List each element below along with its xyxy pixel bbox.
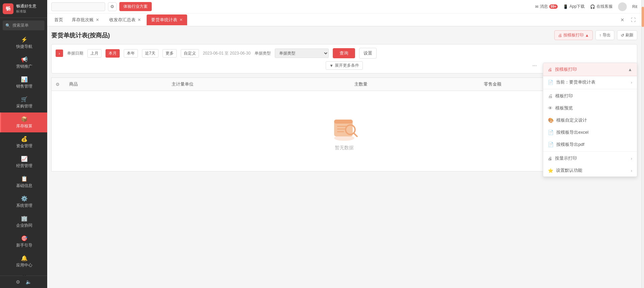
refresh-icon: ↺ [621,33,624,38]
main-content: ⚙ 体验行业方案 ✉ 消息 99+ 📱 App下载 🎧 在线客服 Rit [47,0,641,288]
print-more-button[interactable]: ··· [532,63,537,69]
topbar-search-input[interactable] [51,2,105,11]
app-download-button[interactable]: 📱 App下载 [563,4,585,9]
sidebar-item-operations[interactable]: 📈 经营管理 [0,152,47,172]
current-template-item[interactable]: 📄 当前：要货单统计表 › [543,76,637,88]
marketing-icon: 📢 [21,56,28,63]
sidebar-audio-button[interactable]: 🔈 [26,279,31,285]
search-menu-button[interactable]: 🔍 搜索菜单 [3,21,45,30]
export-button[interactable]: ↑ 导出 [595,30,614,40]
online-service-button[interactable]: 🎧 在线客服 [590,4,613,9]
sidebar: 畅 畅通好生意 标准版 🔍 搜索菜单 ⚡ 快捷导航 📢 营销推广 📊 销售管理 … [0,0,47,288]
sidebar-logo: 畅 畅通好生意 标准版 [0,0,47,18]
filter-expand-icon[interactable]: › [56,50,63,57]
sidebar-item-sales[interactable]: 📊 销售管理 [0,73,47,93]
empty-text: 暂无数据 [335,145,354,151]
tab-batch-account[interactable]: 库存批次账 ✕ [67,14,104,25]
app-download-icon: 📱 [563,4,568,9]
message-button[interactable]: ✉ 消息 99+ [535,4,558,9]
app-name: 畅通好生意 [16,4,36,9]
dropdown-template-design[interactable]: 🎨 模板自定义设计 [543,114,637,126]
dropdown-display-print[interactable]: 🖨 按显示打印 › [543,152,637,164]
date-last-month-btn[interactable]: 上月 [87,49,101,58]
query-button[interactable]: 查询 [333,48,355,58]
dropdown-template-export-excel[interactable]: 📄 按模板导出excel [543,126,637,138]
divider-2 [543,151,637,152]
message-icon: ✉ [535,4,538,9]
basic-info-icon: 📋 [21,175,28,182]
sidebar-item-system[interactable]: ⚙️ 系统管理 [0,192,47,212]
date-filter-label: 单据日期 [67,51,83,56]
sidebar-item-marketing[interactable]: 📢 营销推广 [0,53,47,73]
tab-receipt-summary-close[interactable]: ✕ [138,18,141,22]
topbar-gear-button[interactable]: ⚙ [108,2,117,11]
dropdown-close-chevron[interactable]: ▲ [628,67,632,72]
date-last-7days-btn[interactable]: 近7天 [142,49,158,58]
print-template-button[interactable]: 🖨 按模板打印 ▲ [554,30,593,40]
svg-line-4 [354,133,357,136]
sidebar-item-guide[interactable]: 🎯 新手引导 [0,232,47,252]
topbar-right: ✉ 消息 99+ 📱 App下载 🎧 在线客服 Rit [535,2,637,11]
filter-row-1: › 单据日期 上月 本月 本年 近7天 更多 自 [56,48,633,59]
date-range-display: 2023-06-01 至 2023-06-30 [203,51,251,56]
date-this-year-btn[interactable]: 本年 [124,49,138,58]
sidebar-search-area: 🔍 搜索菜单 [0,18,47,33]
expand-more-button[interactable]: ▼ 展开更多条件 [326,61,363,70]
chevron-right-icon: › [59,51,60,56]
svg-rect-2 [334,120,353,124]
template-export-excel-icon: 📄 [548,130,554,135]
table-col-product: 商品 [65,78,168,91]
user-avatar[interactable] [618,2,627,11]
page-actions: 🖨 按模板打印 ▲ ↑ 导出 ↺ 刷新 [554,30,637,40]
template-preview-icon: 👁 [548,105,553,111]
empty-state-icon [327,111,361,145]
sidebar-item-enterprise[interactable]: 🏢 企业协同 [0,212,47,232]
table-settings-icon[interactable]: ⚙ [56,82,60,87]
tabs-bar: 首页 库存批次账 ✕ 收发存汇总表 ✕ 要货单统计表 ✕ ✕ ⛶ [47,13,641,26]
dropdown-template-print[interactable]: 🖨 模板打印 [543,90,637,102]
tab-batch-account-close[interactable]: ✕ [96,18,99,22]
enterprise-icon: 🏢 [21,215,28,222]
date-more-btn[interactable]: 更多 [163,49,177,58]
date-custom-btn[interactable]: 自定义 [181,49,199,58]
table-col-quantity: 主数量 [350,78,480,91]
dropdown-template-preview[interactable]: 👁 模板预览 [543,102,637,114]
printer-icon: 🖨 [558,33,562,38]
sidebar-bottom: ⚙ 🔈 [0,276,47,288]
right-scrollbar[interactable] [641,0,644,288]
industry-solution-button[interactable]: 体验行业方案 [119,2,152,11]
sidebar-item-inventory[interactable]: 📦 库存核算 [0,113,47,132]
table-col-unit: 主计量单位 [168,78,350,91]
export-icon: ↑ [599,33,601,38]
sidebar-nav: ⚡ 快捷导航 📢 营销推广 📊 销售管理 🛒 采购管理 📦 库存核算 💰 资金管… [0,33,47,276]
template-design-icon: 🎨 [548,118,554,123]
close-window-button[interactable]: ✕ [618,16,626,24]
template-print-icon: 🖨 [548,93,553,99]
dropdown-template-export-pdf[interactable]: 📄 按模板导出pdf [543,138,637,151]
date-this-month-btn[interactable]: 本月 [106,49,120,58]
bill-type-label: 单据类型 [255,51,271,56]
print-dropdown-menu: 🖨 按模板打印 ▲ 📄 当前：要货单统计表 › 🖨 模板打印 [543,63,637,177]
tab-order-stats-close[interactable]: ✕ [179,18,183,22]
settings-button[interactable]: 设置 [359,48,377,59]
tab-home[interactable]: 首页 [51,14,66,25]
sidebar-item-enterprise-wechat[interactable]: 💬 企业微信 [0,271,47,276]
sidebar-item-basic-info[interactable]: 📋 基础信息 [0,172,47,192]
sidebar-item-quick-nav[interactable]: ⚡ 快捷导航 [0,33,47,53]
user-name[interactable]: Rit [632,4,637,9]
refresh-button[interactable]: ↺ 刷新 [617,30,637,40]
sidebar-item-app-center[interactable]: 🔔 应用中心 [0,252,47,271]
template-export-pdf-icon: 📄 [548,142,554,147]
expand-window-button[interactable]: ⛶ [629,16,637,24]
sidebar-item-finance[interactable]: 💰 资金管理 [0,132,47,152]
system-icon: ⚙️ [21,195,28,202]
audio-icon: 🔈 [26,279,31,285]
gear-icon: ⚙ [110,4,114,9]
tab-order-stats[interactable]: 要货单统计表 ✕ [147,14,187,25]
dropdown-set-default[interactable]: ⭐ 设置默认功能 › [543,164,637,177]
sidebar-settings-button[interactable]: ⚙ [16,279,20,285]
sidebar-item-purchase[interactable]: 🛒 采购管理 [0,93,47,113]
window-controls: ✕ ⛶ [618,16,637,24]
tab-receipt-summary[interactable]: 收发存汇总表 ✕ [105,14,145,25]
bill-type-select[interactable]: 单据类型 [275,49,329,58]
